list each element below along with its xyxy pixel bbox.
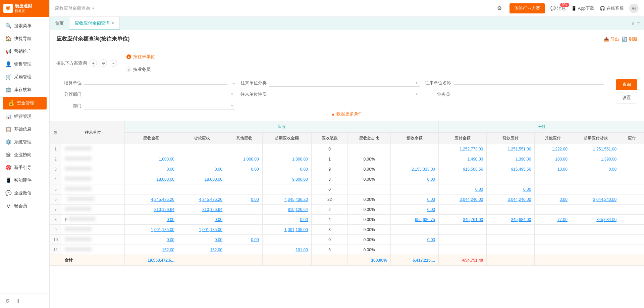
num-cell[interactable]: 1,490.00 [439, 154, 487, 164]
gear-button[interactable]: ⚙ [495, 4, 504, 13]
num-cell[interactable]: 810,126.64 [262, 205, 311, 215]
industry-btn[interactable]: 体验行业方案 [509, 3, 545, 13]
sidebar-item-quicknav[interactable]: 🏠 快捷导航 [0, 32, 49, 45]
num-cell[interactable]: 345,684.00 [571, 215, 620, 225]
sidebar-item-hardware[interactable]: 📱 智能硬件 [0, 174, 49, 187]
num-cell[interactable]: 101.00 [262, 245, 311, 255]
num-cell[interactable]: 4,345,436.20 [262, 194, 311, 205]
num-cell[interactable]: 0.00 [125, 215, 178, 225]
num-cell[interactable]: 1,252,773.00 [439, 144, 487, 154]
num-cell[interactable]: 18,000.00 [178, 174, 226, 184]
footer-yfje[interactable]: -654,751.40 [439, 255, 487, 266]
salesman-dots[interactable]: ··· [600, 92, 604, 97]
table-settings-icon[interactable]: ⚙ [53, 130, 58, 135]
num-cell[interactable]: 1,001,135.00 [262, 225, 311, 235]
filter-target-btn[interactable]: ⊙ [100, 59, 107, 67]
num-cell[interactable]: 810,126.64 [125, 205, 178, 215]
scheme-by-salesman[interactable]: ○ 按业务员 [122, 64, 159, 75]
sidebar-item-purchase[interactable]: 🛒 采购管理 [0, 71, 49, 83]
num-cell[interactable]: 0.00 [390, 194, 438, 205]
export-btn[interactable]: 📤 导出 [604, 36, 619, 42]
sidebar-item-newbie[interactable]: 🎯 新手引导 [0, 161, 49, 174]
query-btn[interactable]: 查询 [616, 79, 637, 90]
num-cell[interactable]: 0.00 [390, 235, 438, 245]
num-cell[interactable]: 0.00 [178, 215, 226, 225]
num-cell[interactable]: 1,251,551.00 [571, 144, 620, 154]
sidebar-item-sales[interactable]: 👤 销售管理 [0, 58, 49, 71]
num-cell[interactable]: 1,000.00 [226, 154, 263, 164]
num-cell[interactable]: 1,251,551.00 [487, 144, 535, 154]
sidebar-item-finance[interactable]: 💰 资金管理 [3, 97, 47, 109]
num-cell[interactable]: 0.00 [487, 184, 535, 194]
num-cell[interactable]: 0.00 [262, 164, 311, 174]
num-cell[interactable]: 4,345,436.20 [125, 194, 178, 205]
scheme-by-company[interactable]: ● 按往来单位 [122, 51, 159, 62]
collapse-btn[interactable]: ▲ 收起更多条件 [56, 111, 637, 117]
tab-close-icon[interactable]: × [112, 21, 114, 26]
tab-home[interactable]: 首页 [50, 17, 69, 30]
num-cell[interactable]: 4,345,436.20 [178, 194, 226, 205]
online-service-btn[interactable]: 🎧 在线客服 [600, 5, 624, 11]
sidebar-item-vip[interactable]: V 畅会员 [0, 200, 49, 212]
sidebar-item-search[interactable]: 🔍 搜索菜单 [0, 19, 49, 32]
num-cell[interactable]: 0.00 [226, 235, 263, 245]
num-cell[interactable]: 1,222.00 [535, 144, 571, 154]
num-cell[interactable]: 1,000.00 [262, 154, 311, 164]
sidebar-item-wechat[interactable]: 💬 企业微信 [0, 187, 49, 200]
num-cell[interactable]: 0.00 [226, 164, 263, 174]
refresh-btn[interactable]: 🔄 刷新 [622, 36, 637, 42]
num-cell[interactable]: 915,495.56 [487, 164, 535, 174]
tab-close-btn[interactable]: × [632, 21, 634, 26]
num-cell[interactable]: 2,153,333.00 [390, 164, 438, 174]
num-cell[interactable]: 810,126.64 [178, 205, 226, 215]
num-cell[interactable]: 13.00 [535, 164, 571, 174]
num-cell[interactable]: 0.00 [535, 194, 571, 205]
division-dropdown[interactable]: ▾ [84, 102, 235, 109]
settlement-input[interactable] [84, 82, 227, 85]
num-cell[interactable]: 18,000.00 [125, 174, 178, 184]
sidebar-item-basic[interactable]: 📋 基础信息 [0, 123, 49, 136]
num-cell[interactable]: 0.00 [178, 164, 226, 174]
num-cell[interactable]: 345,761.00 [439, 215, 487, 225]
user-avatar[interactable]: Rit [629, 4, 639, 13]
num-cell[interactable]: 0.00 [390, 174, 438, 184]
num-cell[interactable]: 1,390.00 [487, 154, 535, 164]
app-download-btn[interactable]: 📱 App下载 [571, 5, 594, 11]
num-cell[interactable]: 655,636.75 [390, 215, 438, 225]
num-cell[interactable]: 0.00 [439, 184, 487, 194]
sidebar-item-operation[interactable]: 📊 经营管理 [0, 110, 49, 123]
notification-btn[interactable]: 💬 消息 99+ [550, 5, 566, 11]
footer-ysy[interactable]: 6,417,215.... [390, 255, 438, 266]
salesman-input[interactable] [453, 93, 596, 96]
sidebar-item-system[interactable]: ⚙️ 系统管理 [0, 136, 49, 148]
num-cell[interactable]: 0.00 [226, 194, 263, 205]
num-cell[interactable]: 0.00 [571, 164, 620, 174]
tab-receivable[interactable]: 应收应付余额查询 × [69, 17, 120, 30]
num-cell[interactable]: 1,390.00 [571, 154, 620, 164]
num-cell[interactable]: 0.00 [125, 235, 178, 245]
footer-ysje[interactable]: 19,553,472,6... [125, 255, 178, 266]
num-cell[interactable]: 1,001,135.00 [125, 225, 178, 235]
company-name-input[interactable] [454, 82, 604, 85]
num-cell[interactable]: 9,000.00 [262, 174, 311, 184]
num-cell[interactable]: 915,508.56 [439, 164, 487, 174]
company-nature-dropdown[interactable]: ▾ [269, 91, 419, 98]
num-cell[interactable]: 345,684.00 [487, 215, 535, 225]
num-cell[interactable]: 152.00 [178, 245, 226, 255]
sidebar-item-marketing[interactable]: 📢 营销推广 [0, 45, 49, 58]
sidebar-item-enterprise[interactable]: 🏛 企业协同 [0, 148, 49, 161]
setting-btn[interactable]: 设置 [616, 92, 637, 103]
filter-add-btn[interactable]: + [90, 59, 97, 67]
num-cell[interactable]: 1,000.00 [125, 154, 178, 164]
sidebar-item-inventory[interactable]: 🏢 库存核算 [0, 83, 49, 96]
dept-dropdown[interactable]: ▾ [84, 91, 235, 98]
num-cell[interactable]: 1,001,135.00 [178, 225, 226, 235]
num-cell[interactable]: 152.00 [125, 245, 178, 255]
table-container[interactable]: ⚙ 往来单位 应收 应付 应收金额 贷款应收 其他应收 超期应收金额 应收笔数 … [50, 121, 644, 308]
num-cell[interactable]: 3,044,240.00 [571, 194, 620, 205]
sidebar-settings-icon[interactable]: ⚙ [5, 298, 10, 304]
num-cell[interactable]: 77.00 [535, 215, 571, 225]
settlement-dots[interactable]: ··· [231, 81, 235, 86]
tab-expand-btn[interactable]: □ [637, 21, 640, 26]
num-cell[interactable]: 3,044,240.00 [439, 194, 487, 205]
